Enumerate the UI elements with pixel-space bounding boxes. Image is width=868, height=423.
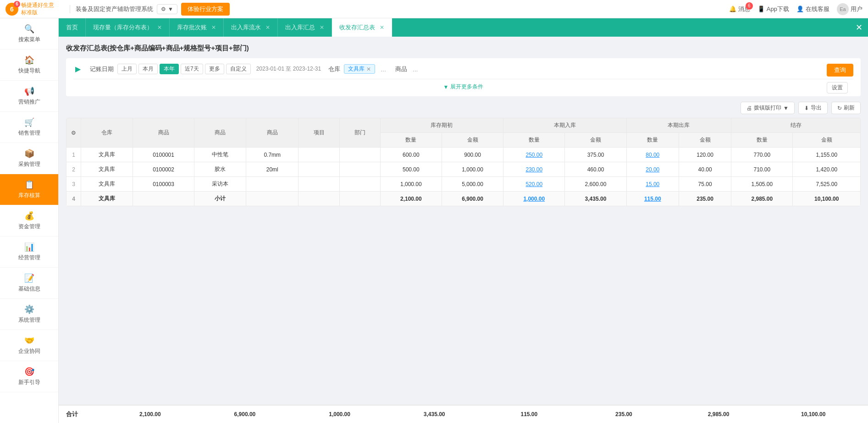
table-col-warehouse: 仓库 — [81, 118, 133, 148]
tab-in-out-flow[interactable]: 出入库流水 ✕ — [224, 18, 278, 37]
row-project-4 — [299, 192, 339, 206]
date-btn-this-month[interactable]: 本月 — [138, 64, 158, 74]
row-in-qty-3[interactable]: 520.00 — [503, 177, 565, 192]
row-num-1: 1 — [66, 148, 81, 162]
table-col-product-code: 商品 — [133, 118, 194, 148]
sidebar-item-newbie[interactable]: 🎯 新手引导 — [0, 361, 58, 392]
tab-bar-close-button[interactable]: ✕ — [850, 22, 868, 33]
table-subhdr-opening-qty: 数量 — [380, 133, 442, 148]
footer-opening-qty: 2,100.00 — [103, 409, 198, 419]
date-btn-last-month[interactable]: 上月 — [117, 64, 137, 74]
marketing-icon: 📢 — [24, 86, 34, 96]
row-in-qty-4[interactable]: 1,000.00 — [503, 192, 565, 206]
top-bar: 6 6 畅捷通好生意 标准版 装备及固定资产辅助管理系统 ⚙ ▼ 体验行业方案 … — [0, 0, 868, 18]
row-bal-qty-4: 2,985.00 — [731, 192, 793, 206]
notification-item[interactable]: 🔔 消息 6 — [729, 5, 750, 13]
table-col-settings: ⚙ — [66, 118, 81, 148]
sidebar-item-sales[interactable]: 🛒 销售管理 — [0, 112, 58, 143]
filter-warehouse-section: 仓库 文具库 ✕ ... — [328, 64, 388, 74]
collapse-btn[interactable]: ▶ — [73, 64, 83, 74]
date-btn-more[interactable]: 更多 — [205, 64, 224, 74]
sidebar-item-purchase[interactable]: 📦 采购管理 — [0, 143, 58, 174]
date-btn-this-year[interactable]: 本年 — [160, 64, 179, 74]
table-col-department: 部门 — [339, 118, 380, 148]
row-opening-amt-3: 5,000.00 — [442, 177, 503, 192]
row-out-qty-1[interactable]: 80.00 — [626, 148, 679, 162]
date-btn-7days[interactable]: 近7天 — [181, 64, 203, 74]
sidebar-item-finance[interactable]: 💰 资金管理 — [0, 205, 58, 236]
sidebar-item-inventory[interactable]: 📋 库存核算 — [0, 174, 58, 205]
page-title: 收发存汇总表(按仓库+商品编码+商品+规格型号+项目+部门) — [66, 44, 861, 53]
top-bar-right: 🔔 消息 6 📱 App下载 👤 在线客服 Ea 用户 — [729, 3, 862, 15]
tab-close-recv-send-summary[interactable]: ✕ — [380, 24, 384, 31]
system-title: 装备及固定资产辅助管理系统 — [70, 5, 153, 13]
warehouse-ellipsis[interactable]: ... — [379, 66, 388, 73]
sidebar-item-basic[interactable]: 📝 基础信息 — [0, 268, 58, 299]
online-service-item[interactable]: 👤 在线客服 — [796, 5, 829, 13]
export-button[interactable]: ⬇ 导出 — [798, 102, 828, 114]
row-product-spec-2: 20ml — [246, 162, 299, 177]
search-icon: 🔍 — [24, 24, 34, 34]
refresh-button[interactable]: ↻ 刷新 — [831, 102, 861, 114]
row-in-qty-2[interactable]: 230.00 — [503, 162, 565, 177]
row-num-4: 4 — [66, 192, 81, 206]
row-project-1 — [299, 148, 339, 162]
tab-in-out-summary[interactable]: 出入库汇总 ✕ — [278, 18, 332, 37]
filter-right-actions: 查询 设置 — [827, 64, 853, 93]
logo-text: 畅捷通好生意 标准版 — [21, 2, 54, 16]
table-subhdr-opening-amt: 金额 — [442, 133, 503, 148]
footer-bal-qty: 2,985.00 — [671, 409, 766, 419]
row-in-amt-4: 3,435.00 — [565, 192, 626, 206]
operations-icon: 📊 — [24, 242, 34, 252]
settings-button[interactable]: 设置 — [827, 82, 848, 93]
experience-button[interactable]: 体验行业方案 — [181, 3, 230, 16]
tab-batch-ledger[interactable]: 库存批次账 ✕ — [170, 18, 224, 37]
print-icon: 🖨 — [746, 105, 752, 111]
sidebar-item-system[interactable]: ⚙️ 系统管理 — [0, 299, 58, 330]
sidebar-item-marketing[interactable]: 📢 营销推广 — [0, 81, 58, 112]
row-product-name-1: 中性笔 — [194, 148, 246, 162]
tab-close-stock-dist[interactable]: ✕ — [157, 24, 162, 31]
phone-icon: 📱 — [757, 5, 765, 12]
expand-btn[interactable]: ▼ 展开更多条件 — [443, 83, 484, 91]
product-ellipsis[interactable]: ... — [411, 66, 420, 73]
sidebar-item-search[interactable]: 🔍 搜索菜单 — [0, 18, 58, 49]
system-dropdown-button[interactable]: ⚙ ▼ — [157, 4, 177, 14]
logo-area: 6 6 畅捷通好生意 标准版 — [6, 2, 64, 16]
tab-close-in-out-summary[interactable]: ✕ — [320, 24, 324, 31]
print-button[interactable]: 🖨 拨镇版打印 ▼ — [741, 102, 795, 114]
warehouse-tag-close[interactable]: ✕ — [366, 66, 371, 72]
tab-stock-dist[interactable]: 现存量（库存分布表） ✕ — [86, 18, 170, 37]
logo-icon: 6 6 — [6, 3, 18, 16]
sidebar-item-operations[interactable]: 📊 经营管理 — [0, 236, 58, 268]
row-department-4 — [339, 192, 380, 206]
footer-nums: 2,100.00 6,900.00 1,000.00 3,435.00 115.… — [103, 409, 861, 419]
tab-home[interactable]: 首页 — [59, 18, 86, 37]
row-in-amt-3: 2,600.00 — [565, 177, 626, 192]
sidebar-item-quick-nav[interactable]: 🏠 快捷导航 — [0, 49, 58, 81]
tab-close-batch-ledger[interactable]: ✕ — [211, 24, 216, 31]
enterprise-icon: 🤝 — [24, 335, 34, 346]
row-in-qty-1[interactable]: 250.00 — [503, 148, 565, 162]
footer-out-amt: 235.00 — [576, 409, 671, 419]
query-button[interactable]: 查询 — [827, 64, 853, 77]
row-out-qty-3[interactable]: 15.00 — [626, 177, 679, 192]
tab-close-in-out-flow[interactable]: ✕ — [265, 24, 270, 31]
user-item[interactable]: Ea 用户 — [837, 3, 862, 15]
row-out-qty-4[interactable]: 115.00 — [626, 192, 679, 206]
app-download-item[interactable]: 📱 App下载 — [757, 5, 789, 13]
date-btn-custom[interactable]: 自定义 — [226, 64, 251, 74]
row-product-code-4 — [133, 192, 194, 206]
row-out-amt-2: 40.00 — [679, 162, 731, 177]
row-product-code-3: 0100003 — [133, 177, 194, 192]
newbie-icon: 🎯 — [24, 367, 34, 377]
row-warehouse-2: 文具库 — [81, 162, 133, 177]
table-subhdr-in-qty: 数量 — [503, 133, 565, 148]
tab-recv-send-summary[interactable]: 收发存汇总表 ✕ — [332, 18, 392, 37]
user-avatar: Ea — [837, 3, 849, 15]
filter-date-buttons: 上月 本月 本年 近7天 更多 自定义 — [117, 64, 251, 74]
row-out-qty-2[interactable]: 20.00 — [626, 162, 679, 177]
sidebar-item-enterprise[interactable]: 🤝 企业协同 — [0, 330, 58, 361]
row-opening-qty-4: 2,100.00 — [380, 192, 442, 206]
row-department-2 — [339, 162, 380, 177]
